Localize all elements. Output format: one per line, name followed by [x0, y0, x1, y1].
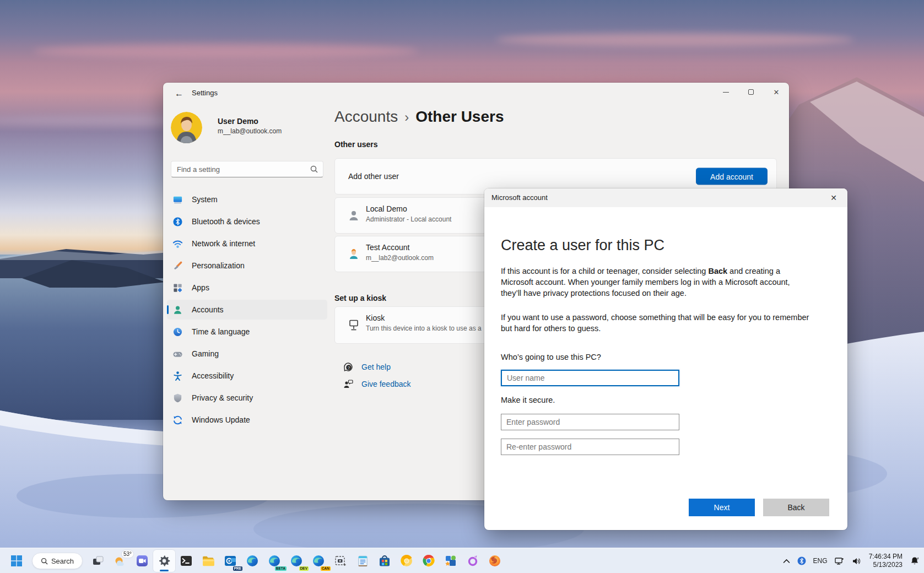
- settings-sidebar: System Bluetooth & devices Network & int…: [167, 190, 327, 432]
- sidebar-item-network-internet[interactable]: Network & internet: [167, 234, 327, 253]
- add-other-user-label: Add other user: [348, 172, 399, 181]
- taskbar-search-label: Search: [51, 557, 74, 565]
- sidebar-item-personalization[interactable]: Personalization: [167, 256, 327, 275]
- file-explorer-button[interactable]: [197, 550, 219, 572]
- breadcrumb-current: Other Users: [415, 108, 504, 125]
- sidebar-item-bluetooth-devices[interactable]: Bluetooth & devices: [167, 212, 327, 231]
- widgets-weather-button[interactable]: 53°: [109, 550, 131, 572]
- taskbar: Search 53° PRE BETA: [0, 548, 924, 573]
- get-help-row: ? Get help: [343, 361, 391, 372]
- kiosk-icon: [347, 318, 360, 332]
- tray-bluetooth-icon[interactable]: [796, 554, 808, 567]
- user-detail: Administrator - Local account: [366, 215, 451, 223]
- sidebar-item-time-language[interactable]: Time & language: [167, 322, 327, 342]
- paragraph-text: If this account is for a child or teenag…: [501, 267, 708, 275]
- avatar: [171, 112, 202, 143]
- taskbar-search[interactable]: Search: [32, 553, 83, 569]
- sidebar-item-label: Windows Update: [192, 415, 250, 424]
- sidebar-item-apps[interactable]: Apps: [167, 278, 327, 298]
- other-users-heading: Other users: [334, 140, 378, 149]
- gamepad-icon: [172, 348, 183, 359]
- chat-button[interactable]: [131, 550, 153, 572]
- user-detail: m__lab2@outlook.com: [366, 254, 434, 262]
- sidebar-item-label: Gaming: [192, 349, 219, 358]
- sidebar-item-label: Accessibility: [192, 371, 234, 380]
- user-name: Local Demo: [366, 204, 407, 213]
- edge-button[interactable]: [241, 550, 263, 572]
- chrome-canary-button[interactable]: [396, 550, 418, 572]
- selected-accent-bar: [167, 305, 169, 314]
- notepad-button[interactable]: [352, 550, 374, 572]
- update-icon: [172, 414, 183, 425]
- dialog-close-icon[interactable]: ✕: [825, 191, 842, 205]
- next-button[interactable]: Next: [689, 499, 755, 516]
- terminal-button[interactable]: [175, 550, 197, 572]
- dialog-paragraph-1: If this account is for a child or teenag…: [501, 266, 809, 299]
- search-icon: [41, 558, 48, 565]
- breadcrumb: Accounts›Other Users: [334, 108, 504, 126]
- edge-beta-button[interactable]: BETA: [263, 550, 285, 572]
- edge-canary-button[interactable]: CAN: [307, 550, 329, 572]
- settings-search-box[interactable]: [171, 161, 323, 177]
- profile-name: User Demo: [218, 117, 258, 126]
- clock-icon: [172, 326, 183, 337]
- test-account-avatar: [347, 247, 360, 261]
- get-help-link[interactable]: Get help: [361, 363, 391, 371]
- task-view-button[interactable]: [87, 550, 109, 572]
- give-feedback-icon: [343, 379, 354, 390]
- photos-button[interactable]: [440, 550, 462, 572]
- password-input[interactable]: [501, 414, 679, 430]
- reenter-password-input[interactable]: [501, 439, 679, 455]
- back-button[interactable]: Back: [763, 499, 829, 516]
- paragraph-bold-back: Back: [708, 267, 727, 275]
- settings-app-button[interactable]: [153, 550, 175, 572]
- tray-language[interactable]: ENG: [812, 555, 829, 567]
- kiosk-title: Kiosk: [366, 313, 385, 322]
- kiosk-subtitle: Turn this device into a kiosk to use as …: [366, 325, 482, 332]
- accessibility-person-icon: [172, 370, 183, 381]
- chrome-button[interactable]: [418, 550, 440, 572]
- edge-beta-badge: BETA: [275, 566, 287, 571]
- kiosk-heading: Set up a kiosk: [334, 294, 386, 302]
- dialog-titlebar: Microsoft account ✕: [484, 188, 847, 207]
- local-user-icon: [347, 209, 360, 222]
- accounts-icon: [172, 304, 183, 315]
- dialog-paragraph-2: If you want to use a password, choose so…: [501, 312, 809, 334]
- bluetooth-icon: [172, 216, 183, 227]
- secure-label: Make it secure.: [501, 396, 555, 404]
- tray-chevron-up-icon[interactable]: [781, 556, 792, 566]
- snipping-tool-button[interactable]: [329, 550, 352, 572]
- settings-search-input[interactable]: [177, 161, 304, 177]
- tray-network-icon[interactable]: [833, 554, 846, 567]
- outlook-button[interactable]: PRE: [219, 550, 241, 572]
- sidebar-item-accessibility[interactable]: Accessibility: [167, 366, 327, 386]
- back-arrow-icon[interactable]: ←: [171, 87, 187, 100]
- add-account-button[interactable]: Add account: [696, 168, 768, 185]
- sidebar-item-privacy-security[interactable]: Privacy & security: [167, 388, 327, 408]
- sidebar-item-label: Accounts: [192, 305, 224, 314]
- user-name: Test Account: [366, 243, 409, 252]
- start-button[interactable]: [6, 550, 28, 572]
- who-label: Who’s going to use this PC?: [501, 353, 601, 361]
- give-feedback-link[interactable]: Give feedback: [361, 380, 411, 388]
- microsoft-account-dialog: Microsoft account ✕ Create a user for th…: [484, 188, 847, 530]
- tray-date: 5/13/2023: [869, 561, 903, 569]
- sidebar-item-accounts[interactable]: Accounts: [167, 300, 327, 320]
- sidebar-item-label: Apps: [192, 283, 209, 292]
- tray-volume-icon[interactable]: [850, 555, 863, 567]
- sidebar-item-windows-update[interactable]: Windows Update: [167, 410, 327, 430]
- edge-dev-button[interactable]: DEV: [285, 550, 307, 572]
- get-help-icon: ?: [343, 361, 354, 372]
- username-input[interactable]: [501, 370, 679, 386]
- paint-button[interactable]: [462, 550, 484, 572]
- sidebar-item-system[interactable]: System: [167, 190, 327, 209]
- tray-time: 7:46:34 PM: [869, 553, 903, 561]
- microsoft-store-button[interactable]: [374, 550, 396, 572]
- apps-icon: [172, 282, 183, 293]
- tray-clock[interactable]: 7:46:34 PM 5/13/2023: [867, 553, 905, 569]
- tray-notification-bell-icon[interactable]: z: [909, 554, 921, 567]
- firefox-button[interactable]: [484, 550, 506, 572]
- system-icon: [172, 194, 183, 205]
- sidebar-item-gaming[interactable]: Gaming: [167, 344, 327, 364]
- breadcrumb-parent[interactable]: Accounts: [334, 108, 398, 125]
